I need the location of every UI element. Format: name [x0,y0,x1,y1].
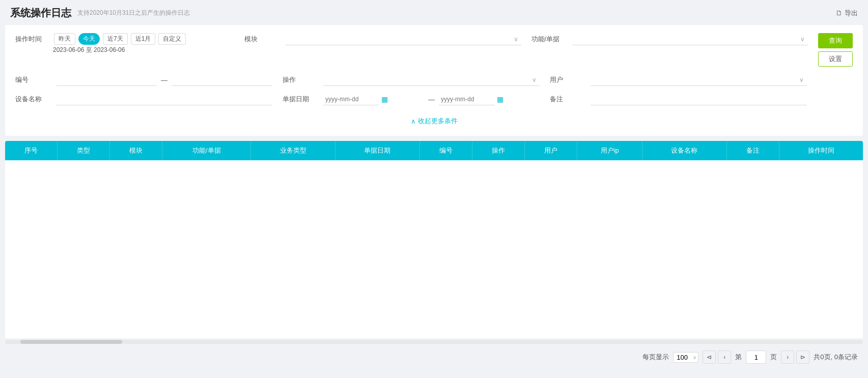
page-size-wrapper: 100 50 200 ∨ [673,352,698,363]
page-size-select[interactable]: 100 50 200 [673,352,698,363]
filter-panel: 操作时间 昨天 今天 近7天 近1月 自定义 2023-06-06 至 2023… [5,25,863,136]
date-range-display: 2023-06-06 至 2023-06-06 [52,46,234,54]
number-dash: — [157,76,172,84]
col-device: 设备名称 [642,141,726,160]
time-btn-yesterday[interactable]: 昨天 [54,33,75,45]
voucher-date-filter: 单据日期 ▦ — ▦ [283,94,540,105]
operation-filter: 操作 ∨ [283,74,540,86]
user-select[interactable] [591,74,807,86]
voucher-date-label: 单据日期 [283,95,323,104]
query-button[interactable]: 查询 [818,33,853,48]
number-filter: 编号 — [15,74,272,86]
date-to-input[interactable] [439,94,495,105]
page-header: 系统操作日志 支持2020年10月31日之后产生的操作日志 🗋 导出 [0,0,868,20]
col-function: 功能/单据 [162,141,251,160]
number-label: 编号 [15,75,56,84]
export-icon: 🗋 [836,9,843,17]
export-button[interactable]: 🗋 导出 [836,9,858,18]
time-btn-custom[interactable]: 自定义 [158,33,186,45]
date-dash: — [424,96,439,103]
number-to-input[interactable] [172,74,272,86]
col-type: 类型 [57,141,109,160]
remark-label: 备注 [550,95,591,104]
module-label: 模块 [244,35,285,44]
filter-row-3: 设备名称 单据日期 ▦ — ▦ 备注 [15,93,853,105]
page-unit: 页 [770,353,777,362]
time-btn-today[interactable]: 今天 [78,33,100,45]
calendar-to-icon[interactable]: ▦ [497,95,503,103]
date-from-input[interactable] [323,94,379,105]
function-filter: 功能/单据 ∨ [531,33,808,45]
date-to-group: ▦ [439,94,540,105]
time-quick-row: 操作时间 昨天 今天 近7天 近1月 自定义 [15,33,234,45]
calendar-from-icon[interactable]: ▦ [381,95,388,103]
scrollbar-thumb[interactable] [20,340,122,344]
collapse-button[interactable]: ∧ 收起更多条件 [411,117,458,126]
total-text: 共0页, 0条记录 [814,353,858,362]
page-title: 系统操作日志 [10,6,71,20]
per-page-label: 每页显示 [642,353,669,362]
user-label: 用户 [550,75,591,84]
page-prev-button[interactable]: ‹ [718,351,731,364]
operation-label: 操作 [283,75,323,84]
export-label: 导出 [845,9,858,18]
col-user-ip: 用户ip [577,141,642,160]
col-op-time: 操作时间 [779,141,863,160]
collapse-icon: ∧ [411,118,416,125]
setting-button[interactable]: 设置 [818,51,853,67]
number-from-input[interactable] [56,74,157,86]
col-module: 模块 [109,141,162,160]
module-filter: 模块 ∨ [244,33,521,45]
device-input[interactable] [56,93,272,105]
col-remark: 备注 [726,141,779,160]
function-label: 功能/单据 [531,35,572,44]
date-range-text: 2023-06-06 至 2023-06-06 [53,46,125,53]
data-table: 序号 类型 模块 功能/单据 业务类型 单据日期 编号 操作 用户 用户ip 设… [5,141,863,160]
function-select-wrapper: ∨ [572,33,808,45]
col-operation: 操作 [472,141,524,160]
time-filter-group: 操作时间 昨天 今天 近7天 近1月 自定义 2023-06-06 至 2023… [15,33,234,54]
module-select-wrapper: ∨ [285,33,521,45]
device-filter: 设备名称 [15,93,272,105]
page-container: 系统操作日志 支持2020年10月31日之后产生的操作日志 🗋 导出 操作时间 … [0,0,868,378]
filter-row-2: 编号 — 操作 ∨ 用户 [15,74,853,86]
time-label: 操作时间 [15,35,51,44]
pagination-bar: 每页显示 100 50 200 ∨ ⊲ ‹ 第 页 › ⊳ 共0页, 0条记录 [0,345,868,369]
scrollbar-area [5,338,863,345]
empty-area [5,160,863,338]
page-label: 第 [735,353,742,362]
user-filter: 用户 ∨ [550,74,807,86]
page-first-button[interactable]: ⊲ [703,351,716,364]
function-select[interactable] [572,33,808,45]
collapse-label: 收起更多条件 [418,117,458,126]
date-from-group: ▦ [323,94,424,105]
module-select[interactable] [285,33,521,45]
col-user: 用户 [525,141,577,160]
remark-filter: 备注 [550,93,807,105]
col-seq: 序号 [5,141,57,160]
action-buttons: 查询 设置 [818,33,853,67]
time-btn-1month[interactable]: 近1月 [131,33,156,45]
time-btn-7days[interactable]: 近7天 [103,33,128,45]
operation-select[interactable] [323,74,540,86]
page-next-button[interactable]: › [781,351,794,364]
scrollbar-track[interactable] [5,340,863,344]
pagination-nav: ⊲ ‹ 第 页 › ⊳ [703,351,809,364]
table-header-row: 序号 类型 模块 功能/单据 业务类型 单据日期 编号 操作 用户 用户ip 设… [5,141,863,160]
page-title-group: 系统操作日志 支持2020年10月31日之后产生的操作日志 [10,6,190,20]
remark-input[interactable] [591,93,807,105]
col-voucher-date: 单据日期 [335,141,420,160]
table-container: 序号 类型 模块 功能/单据 业务类型 单据日期 编号 操作 用户 用户ip 设… [5,141,863,338]
collapse-btn-row: ∧ 收起更多条件 [15,112,853,128]
table-head: 序号 类型 模块 功能/单据 业务类型 单据日期 编号 操作 用户 用户ip 设… [5,141,863,160]
col-biz-type: 业务类型 [251,141,335,160]
user-select-wrapper: ∨ [591,74,807,86]
page-subtitle: 支持2020年10月31日之后产生的操作日志 [77,9,190,17]
col-number: 编号 [419,141,472,160]
operation-select-wrapper: ∨ [323,74,540,86]
filter-row-1: 操作时间 昨天 今天 近7天 近1月 自定义 2023-06-06 至 2023… [15,33,853,67]
page-input[interactable] [746,351,766,364]
page-last-button[interactable]: ⊳ [796,351,809,364]
device-label: 设备名称 [15,95,56,104]
